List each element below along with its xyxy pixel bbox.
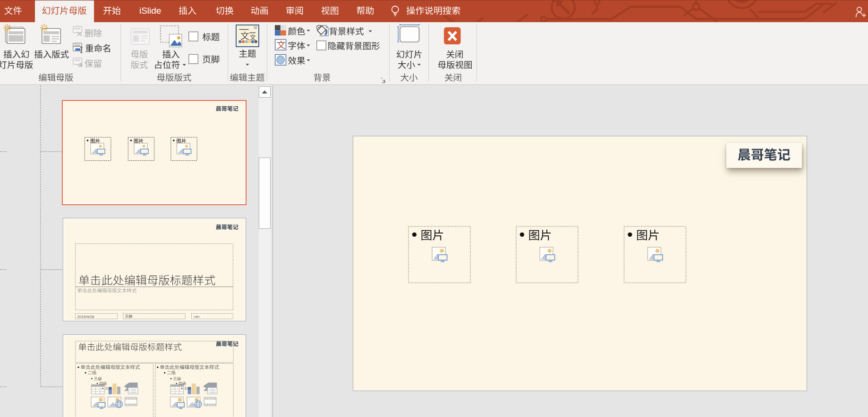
- svg-text:2019/9/28: 2019/9/28: [77, 315, 94, 319]
- svg-text:<#>: <#>: [194, 315, 200, 319]
- svg-text:iSlide: iSlide: [139, 6, 161, 16]
